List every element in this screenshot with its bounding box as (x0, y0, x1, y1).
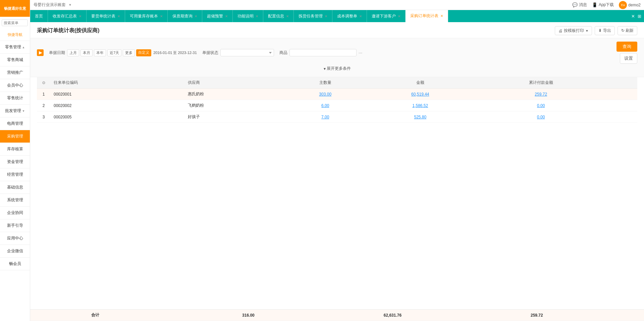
sidebar-item-ops[interactable]: 经营管理 (0, 168, 30, 181)
tab-gongneng[interactable]: 功能说明 ✕ (233, 10, 263, 22)
filter-bar: ▶ 单据日期 上月 本月 本年 近7天 更多 自定义 2016-01-01 至 … (30, 38, 644, 77)
settings-icon[interactable]: ⚙ (42, 81, 46, 85)
sidebar-item-system[interactable]: 系统管理 (0, 194, 30, 207)
goods-more-icon[interactable]: ··· (359, 50, 363, 55)
tab-pihuo-label: 拣货任务管理 (299, 13, 323, 19)
footer-main-qty: 316.00 (185, 310, 311, 321)
sidebar-item-enterprise[interactable]: 企业协同 (0, 207, 30, 219)
row-amount[interactable]: 60,519.44 (367, 89, 474, 100)
tab-shoufaahui[interactable]: 收发存汇总表 ✕ (48, 10, 87, 22)
tab-caigou-close-icon[interactable]: ✕ (440, 14, 443, 18)
search-input[interactable] (2, 19, 28, 26)
tab-baozhi[interactable]: 保质期查询 ✕ (168, 10, 202, 22)
tab-fullscreen-btn[interactable]: ⊞ (638, 14, 641, 19)
goods-input[interactable] (289, 49, 357, 56)
row-main-qty[interactable]: 6.00 (284, 100, 367, 111)
content-area: 采购订单统计表(按供应商) 🖨 按模板打印 ▼ ⬇ 导出 ↻ 刷新 (30, 22, 644, 321)
user-area[interactable]: Ea demo2 (619, 1, 641, 9)
refresh-btn[interactable]: ↻ 刷新 (618, 26, 637, 35)
workspace-title: 母婴行业演示账套 (34, 2, 66, 8)
status-select[interactable] (220, 49, 274, 56)
sidebar-item-vip[interactable]: 畅会员 (0, 258, 30, 270)
zero-mall-label: 零售商城 (7, 57, 23, 62)
table-row: 2 00020002 飞鹤奶粉 6.00 1,586.52 0.00 (37, 100, 637, 111)
filter-actions: 查询 设置 (616, 42, 637, 64)
settings-btn[interactable]: 设置 (620, 53, 637, 64)
filter-expand-icon[interactable]: ▶ (37, 49, 44, 56)
zero-stat-label: 零售统计 (7, 96, 23, 100)
tab-chaochuyu-close-icon[interactable]: ✕ (225, 14, 228, 18)
sidebar-item-zero-mall[interactable]: 零售商城 (0, 54, 30, 66)
appcenter-label: 应用中心 (7, 236, 23, 240)
tab-yaohuo-close-icon[interactable]: ✕ (117, 14, 120, 18)
tab-shoufaahui-close-icon[interactable]: ✕ (79, 14, 82, 18)
row-unit-code: 00020005 (50, 111, 184, 123)
footer-paid: 259.72 (474, 310, 600, 321)
status-label: 单据状态 (202, 50, 218, 56)
sidebar: 畅捷通好生意 快捷导航 零售管理 ▲ 零售商城 营销推广 会员中心 零售统计 批… (0, 0, 30, 321)
workspace-arrow-icon[interactable]: ▼ (68, 3, 72, 7)
date-custom-badge[interactable]: 自定义 (136, 49, 151, 56)
sidebar-item-zero-sales[interactable]: 零售管理 ▲ (0, 41, 30, 54)
row-main-qty[interactable]: 7.00 (284, 111, 367, 123)
date-btn-7days[interactable]: 近7天 (107, 49, 121, 56)
sidebar-item-quicknav[interactable]: 快捷导航 (0, 29, 30, 41)
app-download-btn[interactable]: 📱 App下载 (592, 2, 614, 8)
date-btn-this-year[interactable]: 本年 (94, 49, 106, 56)
tab-baozhi-close-icon[interactable]: ✕ (195, 14, 197, 18)
tab-chaochuyu[interactable]: 超储预警 ✕ (202, 10, 233, 22)
row-paid[interactable]: 0.00 (474, 100, 608, 111)
sidebar-item-zero-stat[interactable]: 零售统计 (0, 92, 30, 105)
tabs-bar: 首页 收发存汇总表 ✕ 要货单统计表 ✕ 可用量库存账本 ✕ 保质期查询 ✕ 超… (30, 10, 644, 22)
message-btn[interactable]: 💬 消息 (572, 2, 587, 8)
sidebar-item-newbie[interactable]: 新手引导 (0, 219, 30, 232)
tab-keyongliang-close-icon[interactable]: ✕ (160, 14, 163, 18)
tab-gongneng-close-icon[interactable]: ✕ (256, 14, 258, 18)
tab-yaoqing[interactable]: 邀请下游客户 ✕ (367, 10, 406, 22)
date-btn-more[interactable]: 更多 (123, 49, 135, 56)
tab-yaoqing-close-icon[interactable]: ✕ (398, 14, 400, 18)
date-quick-btns: 上月 本月 本年 近7天 更多 自定义 (67, 49, 151, 56)
tab-chengbentiaoz-close-icon[interactable]: ✕ (359, 14, 362, 18)
tab-chengbentiaoz-label: 成本调整单 (337, 13, 357, 19)
tab-pihuo[interactable]: 拣货任务管理 ✕ (294, 10, 332, 22)
sidebar-item-wechat[interactable]: 企业微信 (0, 245, 30, 258)
sidebar-item-member[interactable]: 会员中心 (0, 79, 30, 92)
sidebar-item-purchase[interactable]: 采购管理 (0, 130, 30, 143)
tab-close-all-btn[interactable]: ✕ (631, 14, 635, 19)
export-btn[interactable]: ⬇ 导出 (595, 26, 614, 35)
sidebar-item-basic[interactable]: 基础信息 (0, 181, 30, 194)
row-paid[interactable]: 0.00 (474, 111, 608, 123)
footer-label: 合计 (88, 310, 185, 321)
row-main-qty[interactable]: 303.00 (284, 89, 367, 100)
date-btn-last-month[interactable]: 上月 (67, 49, 79, 56)
tab-pihuo-close-icon[interactable]: ✕ (325, 14, 327, 18)
date-btn-this-month[interactable]: 本月 (80, 49, 93, 56)
sidebar-item-ecommerce[interactable]: 电商管理 (0, 117, 30, 130)
sidebar-item-finance[interactable]: 资金管理 (0, 156, 30, 168)
query-btn[interactable]: 查询 (616, 42, 637, 52)
tab-keyongliang[interactable]: 可用量库存账本 ✕ (125, 10, 168, 22)
goods-label: 商品 (279, 50, 287, 56)
system-label: 系统管理 (7, 198, 23, 202)
template-print-btn[interactable]: 🖨 按模板打印 ▼ (555, 26, 592, 35)
tab-peizhi-close-icon[interactable]: ✕ (286, 14, 289, 18)
footer-table: 合计 316.00 62,631.76 259.72 (30, 310, 644, 321)
sidebar-item-marketing[interactable]: 营销推广 (0, 66, 30, 79)
vip-label: 畅会员 (9, 261, 21, 266)
expand-more-btn[interactable]: ▾ 展开更多条件 (324, 66, 351, 71)
tab-home[interactable]: 首页 (30, 10, 48, 22)
sidebar-item-appcenter[interactable]: 应用中心 (0, 232, 30, 245)
arrow-icon: ▲ (22, 46, 25, 49)
tab-chengbentiaoz[interactable]: 成本调整单 ✕ (332, 10, 367, 22)
row-paid[interactable]: 259.72 (474, 89, 608, 100)
row-amount[interactable]: 1,586.52 (367, 100, 474, 111)
row-amount[interactable]: 525.80 (367, 111, 474, 123)
tab-yaohuo[interactable]: 要货单统计表 ✕ (87, 10, 125, 22)
row-unit-code: 00020001 (50, 89, 184, 100)
tab-caigou[interactable]: 采购订单统计表 ✕ (406, 10, 448, 22)
col-extra-header (608, 77, 637, 89)
sidebar-item-inventory[interactable]: 库存核算 (0, 143, 30, 156)
tab-peizhi[interactable]: 配置信息 ✕ (263, 10, 294, 22)
sidebar-item-wholesale[interactable]: 批发管理 ▼ (0, 105, 30, 117)
